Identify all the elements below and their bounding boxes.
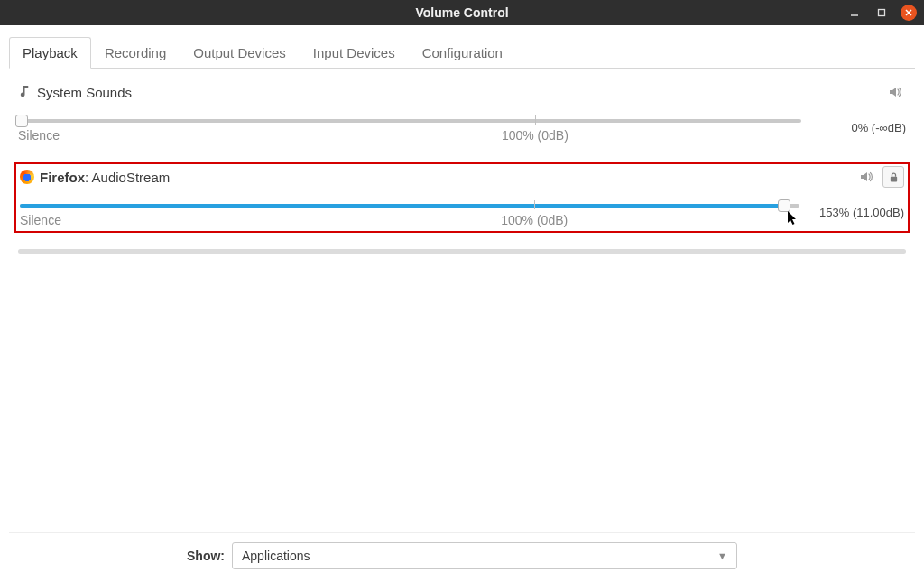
chevron-down-icon: ▼ [717,550,727,561]
select-value: Applications [242,549,310,563]
close-button[interactable] [901,5,917,21]
scale-100: 100% (0dB) [501,213,568,227]
tab-recording[interactable]: Recording [91,37,180,69]
show-filter-select[interactable]: Applications ▼ [232,542,737,569]
scale-100: 100% (0dB) [502,128,568,143]
playback-content: System Sounds Silence 100% ( [9,69,915,532]
firefox-icon [20,170,34,184]
stream-name: AudioStream [92,170,171,185]
footer: Show: Applications ▼ [9,532,915,573]
lock-channels-button[interactable] [882,166,904,188]
stream-system-sounds: System Sounds Silence 100% ( [14,79,910,146]
mute-button[interactable] [884,81,906,103]
scale-silence: Silence [20,213,61,227]
stream-firefox: Firefox: AudioStream [14,162,910,233]
volume-readout: 153% (11.00dB) [814,206,904,219]
tab-input-devices[interactable]: Input Devices [300,37,409,69]
tab-configuration[interactable]: Configuration [409,37,516,69]
window-buttons [846,5,917,21]
volume-slider[interactable]: Silence 100% (0dB) [20,197,799,227]
scale-silence: Silence [18,128,60,143]
titlebar: Volume Control [0,0,924,25]
volume-slider[interactable]: Silence 100% (0dB) [18,112,801,143]
volume-readout: 0% (-∞dB) [816,121,906,134]
stream-title: Firefox: AudioStream [40,170,170,185]
mute-button[interactable] [855,166,877,188]
minimize-button[interactable] [846,5,863,21]
svg-rect-4 [890,176,896,181]
window-title: Volume Control [0,5,924,20]
tab-bar: Playback Recording Output Devices Input … [9,36,915,69]
maximize-button[interactable] [873,5,890,21]
tab-playback[interactable]: Playback [9,37,91,69]
stream-title: System Sounds [37,85,132,100]
tab-output-devices[interactable]: Output Devices [180,37,300,69]
show-label: Show: [187,549,225,563]
scrollbar[interactable] [18,249,906,254]
app-name: Firefox [40,170,85,185]
svg-rect-1 [879,10,885,16]
music-note-icon [18,84,32,100]
